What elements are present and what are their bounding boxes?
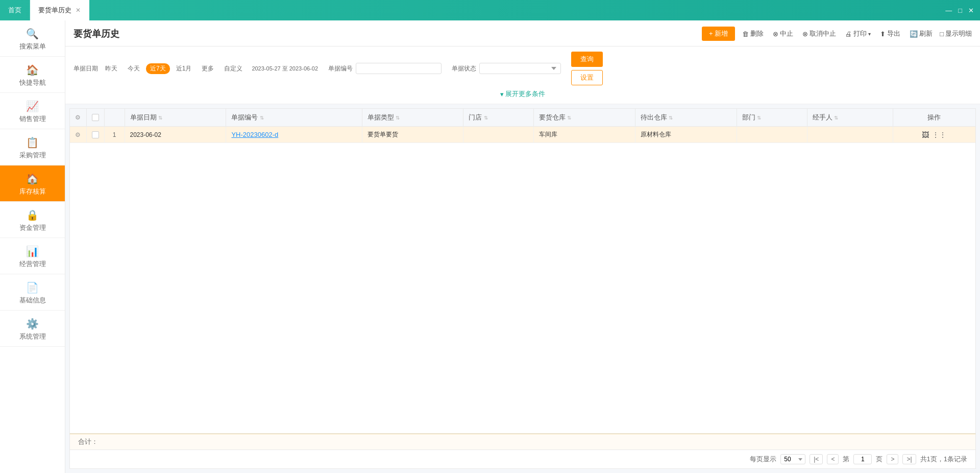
show-detail-label: 显示明细 xyxy=(945,29,972,38)
col-doc-type[interactable]: 单据类型 xyxy=(362,109,463,127)
export-icon: ⬆ xyxy=(880,30,886,38)
col-settings[interactable]: ⚙ xyxy=(70,109,86,127)
sidebar-item-search-menu[interactable]: 🔍 搜索菜单 xyxy=(0,20,65,57)
col-doc-number[interactable]: 单据编号 xyxy=(226,109,362,127)
query-button[interactable]: 查询 xyxy=(571,52,603,67)
sidebar-item-ops-mgmt[interactable]: 📊 经营管理 xyxy=(0,238,65,274)
sidebar-item-label-basic: 基础信息 xyxy=(19,296,46,305)
tab-home[interactable]: 首页 xyxy=(0,0,30,20)
maximize-icon[interactable]: □ xyxy=(958,7,962,14)
pill-yesterday[interactable]: 昨天 xyxy=(101,63,121,74)
col-req-warehouse[interactable]: 要货仓库 xyxy=(534,109,635,127)
expand-conditions-button[interactable]: ▾ 展开更多条件 xyxy=(500,89,545,99)
data-table: ⚙ 单据日期 单据编号 单据类型 xyxy=(70,109,975,143)
table-footer: 合计： xyxy=(69,434,976,450)
sidebar-item-label-inventory: 库存核算 xyxy=(19,187,46,196)
doc-number-input[interactable] xyxy=(356,63,442,74)
page-size-label: 每页显示 xyxy=(750,455,776,464)
sidebar-item-label-purchase: 采购管理 xyxy=(19,151,46,160)
pill-today[interactable]: 今天 xyxy=(124,63,144,74)
stop-icon: ⊗ xyxy=(773,30,778,38)
quick-nav-icon: 🏠 xyxy=(26,64,39,76)
col-doc-date[interactable]: 单据日期 xyxy=(125,109,226,127)
delete-label: 删除 xyxy=(750,29,764,38)
sidebar-item-inventory[interactable]: 🏠 库存核算 xyxy=(0,165,65,202)
table-area: ⚙ 单据日期 单据编号 单据类型 xyxy=(69,108,976,434)
sidebar-item-sales-mgmt[interactable]: 📈 销售管理 xyxy=(0,93,65,129)
print-icon: 🖨 xyxy=(845,30,852,38)
cancel-stop-label: 取消中止 xyxy=(810,29,836,38)
inventory-icon: 🏠 xyxy=(26,173,39,185)
new-label: + 新增 xyxy=(709,29,728,38)
export-label: 导出 xyxy=(887,29,900,38)
sidebar-item-system-mgmt[interactable]: ⚙️ 系统管理 xyxy=(0,311,65,347)
tab-requisition-label: 要货单历史 xyxy=(38,6,71,15)
row-store-cell xyxy=(463,127,534,143)
stop-button[interactable]: ⊗ 中止 xyxy=(771,28,795,39)
footer-label: 合计： xyxy=(78,438,98,445)
page-prefix-label: 第 xyxy=(843,455,849,464)
sidebar-item-finance-mgmt[interactable]: 🔒 资金管理 xyxy=(0,202,65,238)
main-layout: 🔍 搜索菜单 🏠 快捷导航 📈 销售管理 📋 采购管理 🏠 库存核算 🔒 资金管… xyxy=(0,20,980,473)
row-handler-cell xyxy=(807,127,893,143)
sidebar: 🔍 搜索菜单 🏠 快捷导航 📈 销售管理 📋 采购管理 🏠 库存核算 🔒 资金管… xyxy=(0,20,65,473)
row-doc-number-cell[interactable]: YH-20230602-d xyxy=(226,127,362,143)
basic-info-icon: 📄 xyxy=(26,281,39,294)
settings-button[interactable]: 设置 xyxy=(571,70,603,85)
sales-icon: 📈 xyxy=(26,100,39,112)
date-range-display: 2023-05-27 至 2023-06-02 xyxy=(252,65,318,73)
doc-number-link[interactable]: YH-20230602-d xyxy=(231,131,278,138)
next-page-button[interactable]: > xyxy=(887,454,898,464)
minimize-icon[interactable]: — xyxy=(945,7,952,14)
pill-last1month[interactable]: 近1月 xyxy=(172,63,196,74)
filter-row-1: 单据日期 昨天 今天 近7天 近1月 更多 自定义 2023-05-27 至 2… xyxy=(74,52,972,85)
close-icon[interactable]: ✕ xyxy=(968,7,974,14)
tab-bar: 首页 要货单历史 ✕ xyxy=(0,0,89,20)
prev-page-button[interactable]: < xyxy=(827,454,839,464)
sidebar-item-label-ops: 经营管理 xyxy=(19,259,46,269)
sidebar-item-basic-info[interactable]: 📄 基础信息 xyxy=(0,274,65,311)
page-title: 要货单历史 xyxy=(74,28,119,40)
delete-button[interactable]: 🗑 删除 xyxy=(740,28,766,39)
last-page-button[interactable]: >| xyxy=(902,454,916,464)
view-action-icon[interactable]: 🖼 xyxy=(922,131,929,139)
doc-status-select[interactable] xyxy=(479,63,561,74)
page-size-select[interactable]: 50 10 20 100 xyxy=(780,454,805,464)
sidebar-item-quick-nav[interactable]: 🏠 快捷导航 xyxy=(0,57,65,93)
col-handler[interactable]: 经手人 xyxy=(807,109,893,127)
col-department[interactable]: 部门 xyxy=(737,109,807,127)
show-detail-button[interactable]: □ 显示明细 xyxy=(940,29,972,38)
pill-last7days[interactable]: 近7天 xyxy=(146,63,170,74)
print-arrow-icon: ▾ xyxy=(868,31,871,37)
cancel-stop-button[interactable]: ⊗ 取消中止 xyxy=(800,28,838,39)
checkbox-detail-icon: □ xyxy=(940,30,944,38)
row-settings-cell[interactable]: ⚙ xyxy=(70,127,86,143)
print-button[interactable]: 🖨 打印 ▾ xyxy=(843,28,873,39)
row-department-cell xyxy=(737,127,807,143)
export-button[interactable]: ⬆ 导出 xyxy=(878,28,902,39)
col-checkbox-header[interactable] xyxy=(86,109,104,127)
pill-more[interactable]: 更多 xyxy=(198,63,218,74)
row-checkbox[interactable] xyxy=(92,131,99,138)
date-filter-group: 单据日期 昨天 今天 近7天 近1月 更多 自定义 2023-05-27 至 2… xyxy=(74,63,318,74)
refresh-button[interactable]: 🔄 刷新 xyxy=(908,28,935,39)
col-operation: 操作 xyxy=(893,109,975,127)
sidebar-item-purchase-mgmt[interactable]: 📋 采购管理 xyxy=(0,129,65,165)
page-number-input[interactable] xyxy=(853,454,872,464)
tab-close-icon[interactable]: ✕ xyxy=(76,7,81,14)
first-page-button[interactable]: |< xyxy=(810,454,823,464)
action-icons-group: 🖼 ⋮⋮ xyxy=(898,131,970,139)
doc-number-filter-group: 单据编号 xyxy=(328,63,442,74)
sidebar-item-label-finance: 资金管理 xyxy=(19,223,46,232)
more-action-icon[interactable]: ⋮⋮ xyxy=(932,131,946,139)
tab-requisition-history[interactable]: 要货单历史 ✕ xyxy=(30,0,89,20)
table-row[interactable]: ⚙ 1 2023-06-02 YH-20230602-d 要货单要货 车间库 原… xyxy=(70,127,975,143)
new-button[interactable]: + 新增 xyxy=(702,27,735,41)
col-pending-warehouse[interactable]: 待出仓库 xyxy=(635,109,737,127)
doc-status-label: 单据状态 xyxy=(452,64,476,73)
row-checkbox-cell[interactable] xyxy=(86,127,104,143)
header-checkbox[interactable] xyxy=(92,114,99,121)
col-store[interactable]: 门店 xyxy=(463,109,534,127)
pill-custom[interactable]: 自定义 xyxy=(220,63,247,74)
finance-icon: 🔒 xyxy=(26,209,39,221)
